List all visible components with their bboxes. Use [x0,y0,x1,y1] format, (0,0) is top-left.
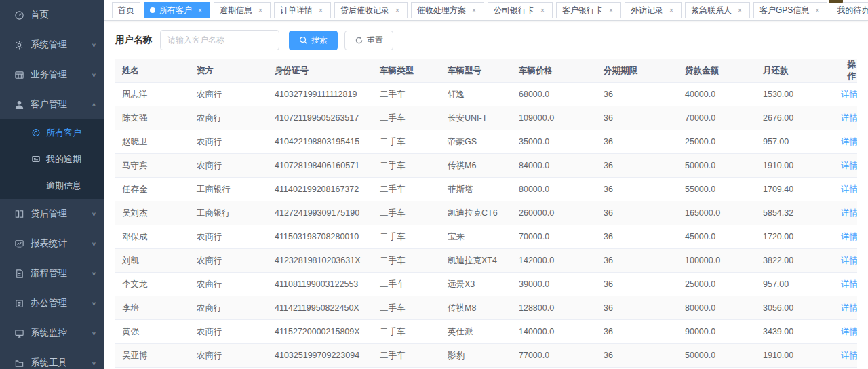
chevron-up-icon: ∧ [92,102,96,108]
cell: 411402199208167372 [268,178,373,201]
close-icon[interactable]: × [393,6,401,14]
search-icon [299,36,308,45]
table-row: 赵晓卫农商行410422198803195415二手车帝豪GS35000.036… [115,130,857,154]
cell: 36 [597,178,678,201]
sidebar-subitem-2[interactable]: 逾期信息 [0,172,104,199]
detail-link[interactable]: 详情 [841,256,857,265]
cell: 工商银行 [190,201,268,225]
cell: 36 [597,320,678,344]
close-icon[interactable]: × [736,6,744,14]
tab-11[interactable]: 我的待办× [831,2,868,18]
sidebar-item-3[interactable]: 客户管理∧ [0,90,104,119]
dashboard-icon [14,9,24,20]
close-icon[interactable]: × [538,6,547,14]
sidebar-item-8[interactable]: 系统监控∨ [0,318,104,348]
cell: 英仕派 [441,320,512,344]
sidebar-item-label: 办公管理 [31,297,92,309]
detail-link[interactable]: 详情 [841,161,857,170]
cell: 412724199309175190 [268,201,373,225]
cell: 165000.0 [678,201,756,225]
sidebar-item-label: 首页 [31,9,96,21]
tab-7[interactable]: 客户银行卡× [556,2,621,18]
tab-label: 订单详情 [280,5,313,16]
column-header-6: 分期期限 [597,59,678,83]
tab-10[interactable]: 客户GPS信息× [753,2,827,18]
sidebar-item-1[interactable]: 系统管理∨ [0,30,104,60]
close-icon[interactable]: × [667,6,675,14]
sidebar-subitem-label: 逾期信息 [46,180,81,192]
tab-1[interactable]: 所有客户× [144,2,210,18]
sidebar-item-9[interactable]: 系统工具∨ [0,348,104,369]
cell: 957.00 [756,130,834,154]
cell: 凯迪拉克XT4 [441,249,512,273]
cell: 36 [597,154,678,178]
tab-2[interactable]: 逾期信息× [214,2,271,18]
search-input[interactable] [160,30,279,50]
cell: 5854.32 [756,201,834,225]
sidebar: 首页系统管理∨业务管理∨客户管理∧所有客户我的逾期逾期信息贷后管理∨报表统计∨流… [0,0,104,369]
cell: 农商行 [190,273,268,296]
sidebar-item-5[interactable]: 报表统计∨ [0,229,104,258]
chevron-down-icon: ∨ [92,300,96,307]
cell: 二手车 [373,106,441,130]
cell: 农商行 [190,249,268,273]
cell: 周志洋 [115,83,190,106]
cell: 3822.00 [756,249,834,273]
detail-link[interactable]: 详情 [841,184,857,194]
action-cell: 详情 [834,83,857,106]
search-form: 用户名称 搜索 重置 [115,30,857,50]
cell: 二手车 [373,83,441,106]
chevron-down-icon: ∨ [92,360,96,366]
reset-button[interactable]: 重置 [344,31,393,50]
sidebar-subitem-0[interactable]: 所有客户 [0,119,104,146]
tab-3[interactable]: 订单详情× [274,2,331,18]
sidebar-item-label: 系统管理 [31,39,92,51]
table-row: 陈文强农商行410721199505263517二手车长安UNI-T109000… [115,106,857,130]
table-row: 李培农商行41142119950822450X二手车传祺M8128800.036… [115,296,857,320]
close-icon[interactable]: × [196,6,204,14]
avatar[interactable] [829,0,843,3]
sidebar-item-0[interactable]: 首页 [0,0,104,30]
close-icon[interactable]: × [317,6,325,14]
cell: 二手车 [373,154,441,178]
detail-link[interactable]: 详情 [841,303,857,313]
cell: 1910.00 [756,154,834,178]
close-icon[interactable]: × [813,6,821,14]
sidebar-item-2[interactable]: 业务管理∨ [0,60,104,90]
close-icon[interactable]: × [470,6,478,14]
tab-8[interactable]: 外访记录× [625,2,682,18]
cell: 农商行 [190,320,268,344]
sidebar-item-4[interactable]: 贷后管理∨ [0,199,104,229]
detail-link[interactable]: 详情 [841,137,857,147]
tab-9[interactable]: 紧急联系人× [685,2,750,18]
tab-0[interactable]: 首页 [112,2,140,18]
cell: 1720.00 [756,225,834,249]
detail-link[interactable]: 详情 [841,232,857,241]
column-header-3: 车辆类型 [373,59,441,83]
detail-link[interactable]: 详情 [841,279,857,289]
tab-label: 逾期信息 [220,5,252,16]
cell: 25000.0 [678,273,756,296]
tab-label: 贷后催收记录 [340,5,389,16]
cell: 二手车 [373,201,441,225]
sidebar-item-label: 贷后管理 [31,208,92,220]
chevron-down-icon: ∨ [92,72,96,78]
cell: 80000.0 [678,296,756,320]
detail-link[interactable]: 详情 [841,113,857,123]
detail-link[interactable]: 详情 [841,351,857,360]
sidebar-subitem-1[interactable]: 我的逾期 [0,146,104,172]
close-icon[interactable]: × [256,6,264,14]
tab-4[interactable]: 贷后催收记录× [334,2,408,18]
detail-link[interactable]: 详情 [841,327,857,336]
detail-link[interactable]: 详情 [841,208,857,218]
search-button[interactable]: 搜索 [289,31,338,50]
detail-link[interactable]: 详情 [841,90,857,99]
cell: 帝豪GS [441,130,512,154]
office-icon [14,298,24,309]
tab-5[interactable]: 催收处理方案× [411,2,484,18]
sidebar-item-6[interactable]: 流程管理∨ [0,258,104,288]
user-icon [14,99,24,110]
sidebar-item-7[interactable]: 办公管理∨ [0,288,104,318]
close-icon[interactable]: × [607,6,615,14]
tab-6[interactable]: 公司银行卡× [488,2,553,18]
